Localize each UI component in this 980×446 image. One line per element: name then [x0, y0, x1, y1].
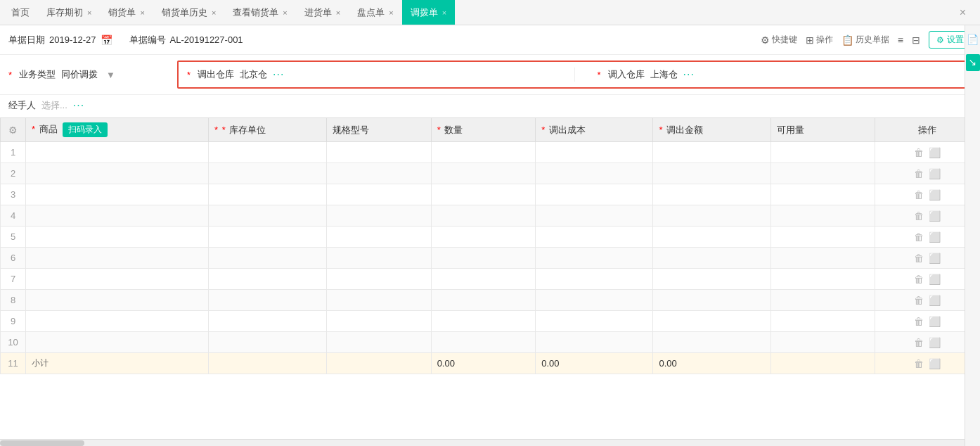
available-cell[interactable]: [771, 311, 875, 332]
bottom-scroll[interactable]: [0, 439, 980, 446]
cost-cell[interactable]: [536, 269, 653, 290]
copy-icon[interactable]: ⬜: [929, 274, 941, 285]
tab-transfer[interactable]: 调拨单 ×: [402, 0, 455, 25]
product-cell[interactable]: [26, 163, 209, 184]
scan-button[interactable]: 扫码录入: [63, 122, 108, 137]
cost-cell[interactable]: [536, 332, 653, 353]
amount-cell[interactable]: [653, 248, 771, 269]
product-cell[interactable]: [26, 248, 209, 269]
spec-cell[interactable]: [327, 205, 432, 227]
product-cell[interactable]: [26, 290, 209, 311]
qty-cell[interactable]: [431, 248, 536, 269]
business-type-dropdown[interactable]: ▼: [106, 70, 115, 80]
spec-cell[interactable]: [327, 142, 432, 163]
cost-cell[interactable]: [536, 290, 653, 311]
amount-cell[interactable]: [653, 142, 771, 163]
copy-icon[interactable]: ⬜: [929, 295, 941, 306]
copy-icon[interactable]: ⬜: [929, 189, 941, 200]
delete-icon[interactable]: 🗑: [914, 231, 924, 243]
delete-icon[interactable]: 🗑: [914, 316, 924, 327]
delete-icon[interactable]: 🗑: [914, 147, 924, 158]
spec-cell[interactable]: [327, 332, 432, 353]
copy-icon[interactable]: ⬜: [929, 337, 941, 348]
product-cell[interactable]: [26, 269, 209, 290]
window-close-button[interactable]: ×: [954, 6, 972, 18]
amount-cell[interactable]: [653, 290, 771, 311]
delete-icon[interactable]: 🗑: [914, 210, 924, 222]
qty-cell[interactable]: [431, 290, 536, 311]
product-cell[interactable]: [26, 205, 209, 227]
amount-cell[interactable]: [653, 269, 771, 290]
qty-cell[interactable]: [431, 184, 536, 205]
qty-cell[interactable]: [431, 332, 536, 353]
in-warehouse-dots[interactable]: ···: [683, 68, 695, 81]
available-cell[interactable]: [771, 142, 875, 163]
layout1-action[interactable]: ≡: [898, 34, 903, 46]
tab-close-transfer[interactable]: ×: [442, 8, 446, 17]
qty-cell[interactable]: [431, 227, 536, 248]
sidebar-doc-icon[interactable]: 📄: [966, 31, 980, 49]
product-cell[interactable]: [26, 311, 209, 332]
out-warehouse-dots[interactable]: ···: [273, 68, 284, 81]
delete-icon[interactable]: 🗑: [914, 337, 924, 348]
cost-cell[interactable]: [536, 163, 653, 184]
copy-icon[interactable]: ⬜: [929, 253, 941, 264]
spec-cell[interactable]: [327, 184, 432, 205]
cost-cell[interactable]: [536, 227, 653, 248]
operation-action[interactable]: ⊞ 操作: [806, 34, 833, 46]
tab-close-inventory-init[interactable]: ×: [87, 8, 91, 17]
available-cell[interactable]: [771, 184, 875, 205]
out-warehouse-value[interactable]: 北京仓: [240, 68, 267, 81]
cost-cell[interactable]: [536, 205, 653, 227]
amount-cell[interactable]: [653, 332, 771, 353]
unit-cell[interactable]: [209, 163, 327, 184]
tab-close-purchase[interactable]: ×: [336, 8, 340, 17]
col-settings-icon[interactable]: ⚙: [8, 125, 18, 136]
unit-cell[interactable]: [209, 248, 327, 269]
spec-cell[interactable]: [327, 248, 432, 269]
available-cell[interactable]: [771, 227, 875, 248]
qty-cell[interactable]: [431, 163, 536, 184]
qty-cell[interactable]: [431, 142, 536, 163]
amount-cell[interactable]: [653, 205, 771, 227]
tab-home[interactable]: 首页: [3, 0, 38, 25]
spec-cell[interactable]: [327, 227, 432, 248]
product-cell[interactable]: [26, 332, 209, 353]
tab-close-stocktake[interactable]: ×: [389, 8, 393, 17]
unit-cell[interactable]: [209, 332, 327, 353]
unit-cell[interactable]: [209, 205, 327, 227]
qty-cell[interactable]: [431, 205, 536, 227]
tab-close-view-sales[interactable]: ×: [283, 8, 287, 17]
amount-cell[interactable]: [653, 163, 771, 184]
tab-inventory-init[interactable]: 库存期初 ×: [38, 0, 100, 25]
delete-icon[interactable]: 🗑: [914, 189, 924, 200]
amount-cell[interactable]: [653, 184, 771, 205]
amount-cell[interactable]: [653, 311, 771, 332]
layout2-action[interactable]: ⊟: [912, 34, 920, 46]
copy-icon[interactable]: ⬜: [929, 231, 941, 243]
unit-cell[interactable]: [209, 269, 327, 290]
product-cell[interactable]: [26, 184, 209, 205]
unit-cell[interactable]: [209, 290, 327, 311]
copy-icon[interactable]: ⬜: [929, 168, 941, 179]
person-select[interactable]: 选择...: [41, 99, 67, 112]
available-cell[interactable]: [771, 332, 875, 353]
delete-icon[interactable]: 🗑: [914, 358, 924, 369]
shortcut-action[interactable]: ⚙ 快捷键: [761, 34, 797, 46]
cost-cell[interactable]: [536, 142, 653, 163]
delete-icon[interactable]: 🗑: [914, 253, 924, 264]
spec-cell[interactable]: [327, 290, 432, 311]
unit-cell[interactable]: [209, 227, 327, 248]
history-action[interactable]: 📋 历史单据: [842, 34, 889, 46]
tab-sales-history[interactable]: 销货单历史 ×: [153, 0, 224, 25]
unit-cell[interactable]: [209, 311, 327, 332]
product-cell[interactable]: [26, 142, 209, 163]
cost-cell[interactable]: [536, 311, 653, 332]
tab-close-sales-order[interactable]: ×: [140, 8, 144, 17]
available-cell[interactable]: [771, 269, 875, 290]
business-type-value[interactable]: 同价调拨: [61, 68, 98, 81]
delete-icon[interactable]: 🗑: [914, 168, 924, 179]
person-dots[interactable]: ···: [73, 99, 84, 112]
unit-cell[interactable]: [209, 184, 327, 205]
available-cell[interactable]: [771, 290, 875, 311]
